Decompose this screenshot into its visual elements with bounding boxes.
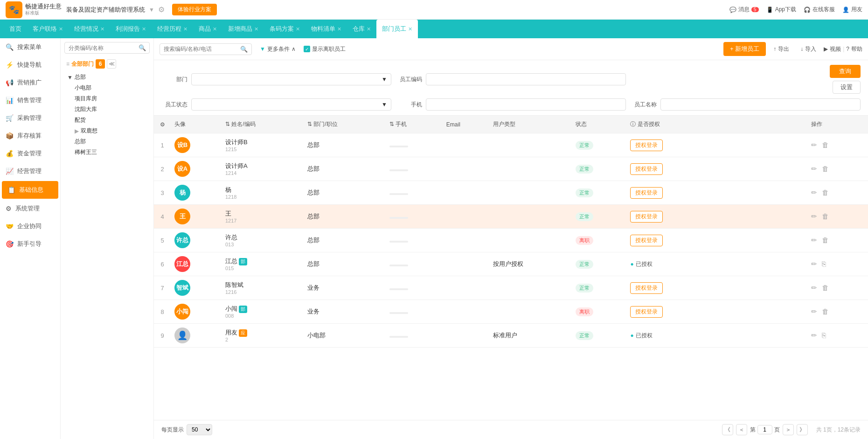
gear-icon[interactable]: ⚙ [158, 5, 165, 14]
dept-node-headquarters-label[interactable]: ▼ 总部 [64, 72, 150, 83]
export-btn[interactable]: ↑ 导出 [770, 43, 793, 55]
tab-department-close[interactable]: ✕ [408, 26, 412, 32]
edit-icon[interactable]: ✏ [811, 236, 817, 244]
delete-icon[interactable]: 🗑 [822, 165, 829, 173]
sidebar-item-system[interactable]: ⚙ 系统管理 [0, 200, 60, 217]
dept-project-room[interactable]: 项目库房 [72, 93, 150, 104]
delete-icon[interactable]: 🗑 [822, 141, 829, 149]
search-box[interactable]: 🔍 [160, 43, 252, 55]
resigned-checkbox[interactable]: ✓ [304, 46, 310, 52]
tab-home[interactable]: 首页 [4, 20, 27, 38]
tab-warehouse-close[interactable]: ✕ [367, 26, 371, 32]
auth-login-button[interactable]: 授权登录 [630, 163, 663, 175]
dept-collapse-btn[interactable]: ≪ [107, 59, 116, 69]
search-input[interactable] [164, 46, 238, 52]
sidebar-item-inventory[interactable]: 📦 库存核算 [0, 127, 60, 145]
edit-icon[interactable]: ✏ [811, 188, 817, 196]
last-page-btn[interactable]: 》 [797, 424, 808, 435]
tab-new-goods[interactable]: 新增商品✕ [222, 20, 264, 38]
next-page-btn[interactable]: ＞ [783, 424, 794, 435]
dept-search-box[interactable]: 🔍 [64, 42, 150, 54]
sidebar-item-marketing[interactable]: 📢 营销推广 [0, 74, 60, 91]
col-dept[interactable]: ⇅ 部门/职位 [304, 116, 386, 133]
tab-warehouse[interactable]: 仓库✕ [347, 20, 376, 38]
phone-filter-input[interactable] [426, 98, 626, 111]
tab-department[interactable]: 部门员工✕ [376, 20, 418, 38]
status-filter-select[interactable]: ▼ [191, 98, 391, 111]
sidebar-item-finance[interactable]: 💰 资金管理 [0, 145, 60, 162]
tab-barcode[interactable]: 条码方案✕ [264, 20, 306, 38]
delete-icon[interactable]: 🗑 [822, 284, 829, 292]
dept-small-electric[interactable]: 小电部 [72, 83, 150, 93]
edit-icon[interactable]: ✏ [811, 284, 817, 292]
delete-icon[interactable]: 🗑 [822, 212, 829, 220]
col-phone[interactable]: ⇅ 手机 [386, 116, 443, 133]
trial-button[interactable]: 体验行业方案 [172, 4, 217, 15]
add-employee-button[interactable]: + 新增员工 [723, 42, 766, 56]
tab-bom-close[interactable]: ✕ [337, 26, 341, 32]
delete-icon[interactable]: 🗑 [822, 236, 829, 244]
dept-hq[interactable]: 总部 [72, 136, 150, 147]
sidebar-item-search[interactable]: 🔍 搜索菜单 [0, 38, 60, 56]
delete-icon[interactable]: 🗑 [822, 307, 829, 315]
tab-customer[interactable]: 客户联络✕ [27, 20, 69, 38]
sidebar-item-purchase[interactable]: 🛒 采购管理 [0, 109, 60, 127]
edit-icon[interactable]: ✏ [811, 331, 817, 339]
sidebar-item-sales[interactable]: 📊 销售管理 [0, 91, 60, 109]
edit-icon[interactable]: ✏ [811, 307, 817, 315]
auth-login-button[interactable]: 授权登录 [630, 139, 663, 151]
tab-operation-close[interactable]: ✕ [100, 26, 104, 32]
auth-login-button[interactable]: 授权登录 [630, 282, 663, 294]
sidebar-item-basic[interactable]: 📋 基础信息 [2, 181, 58, 199]
name-filter-input[interactable] [660, 98, 861, 111]
tab-goods-close[interactable]: ✕ [213, 26, 217, 32]
message-item[interactable]: 💬 消息 5 [729, 6, 759, 14]
service-item[interactable]: 🎧 在线客服 [804, 6, 835, 14]
per-page-select[interactable]: 50 20 100 [187, 424, 212, 435]
video-icon[interactable]: ▶ [824, 46, 828, 52]
reset-btn[interactable]: 设置 [833, 81, 861, 94]
tab-bom[interactable]: 物料清单✕ [306, 20, 347, 38]
tab-profit[interactable]: 利润报告✕ [110, 20, 152, 38]
dept-xishu[interactable]: 稀树王三 [72, 147, 150, 158]
dept-delivery[interactable]: 配货 [72, 115, 150, 125]
auth-login-button[interactable]: 授权登录 [630, 211, 663, 223]
import-btn[interactable]: ↓ 导入 [797, 43, 820, 55]
edit-icon[interactable]: ✏ [811, 165, 817, 173]
sidebar-item-management[interactable]: 📈 经营管理 [0, 162, 60, 180]
first-page-btn[interactable]: 《 [722, 424, 733, 435]
tab-profit-close[interactable]: ✕ [142, 26, 146, 32]
code-filter-input[interactable] [426, 73, 626, 85]
copy-icon[interactable]: ⎘ [822, 260, 826, 268]
copy-icon[interactable]: ⎘ [822, 331, 826, 339]
delete-icon[interactable]: 🗑 [822, 188, 829, 196]
col-name[interactable]: ⇅ 姓名/编码 [222, 116, 304, 133]
dept-shuanglu[interactable]: ▶ 双鹿想 [72, 125, 150, 136]
show-resigned-toggle[interactable]: ✓ 显示离职员工 [304, 45, 346, 53]
tab-new-goods-close[interactable]: ✕ [254, 26, 258, 32]
prev-page-btn[interactable]: ＜ [736, 424, 747, 435]
tab-operation[interactable]: 经营情况✕ [69, 20, 110, 38]
dept-search-input[interactable] [69, 45, 139, 51]
tab-goods[interactable]: 商品✕ [193, 20, 222, 38]
dept-expand-btn[interactable]: 6 [96, 59, 105, 69]
sidebar-item-collab[interactable]: 🤝 企业协同 [0, 217, 60, 235]
dept-filter-select[interactable]: ▼ [191, 73, 391, 85]
auth-login-button[interactable]: 授权登录 [630, 306, 663, 318]
tab-history[interactable]: 经营历程✕ [152, 20, 193, 38]
auth-login-button[interactable]: 授权登录 [630, 187, 663, 199]
sidebar-item-guide[interactable]: 🎯 新手引导 [0, 235, 60, 253]
app-download-item[interactable]: 📱 App下载 [766, 6, 796, 14]
sidebar-item-nav[interactable]: ⚡ 快捷导航 [0, 56, 60, 74]
col-settings[interactable]: ⚙ [154, 116, 171, 133]
edit-icon[interactable]: ✏ [811, 141, 817, 149]
tab-history-close[interactable]: ✕ [183, 26, 187, 32]
tab-barcode-close[interactable]: ✕ [296, 26, 300, 32]
auth-login-button[interactable]: 授权登录 [630, 235, 663, 246]
help-icon[interactable]: ? [846, 46, 849, 52]
user-item[interactable]: 👤 用友 [842, 6, 862, 14]
tab-customer-close[interactable]: ✕ [59, 26, 63, 32]
dept-shenyang[interactable]: 沈阳大库 [72, 104, 150, 115]
more-filter-btn[interactable]: ▼ 更多条件 ∧ [256, 43, 300, 56]
page-input[interactable] [757, 425, 772, 434]
